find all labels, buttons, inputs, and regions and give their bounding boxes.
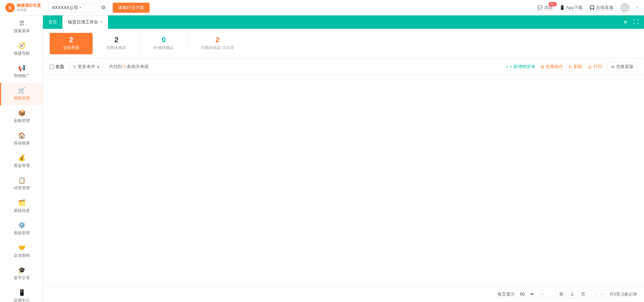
app-download-button[interactable]: 📱 App下载 <box>559 5 583 11</box>
stat-card-wangpu[interactable]: 0 旺铺待确认 <box>140 33 187 54</box>
add-sales-order-button[interactable]: + + 新增销货单 <box>506 64 535 70</box>
sidebar-item-basic-info-label: 基础信息 <box>14 208 30 214</box>
sidebar-item-finance[interactable]: 💰 资金管理 <box>0 150 43 173</box>
print-icon: 🖨 <box>588 64 592 69</box>
stat-number-shipped: 2 <box>216 36 220 44</box>
tab-close-button[interactable]: ✕ <box>621 18 629 26</box>
page-size-label: 每页显示 <box>497 291 515 297</box>
sidebar-item-enterprise-label: 企业协同 <box>14 253 30 258</box>
sales-icon: 🛒 <box>18 87 25 94</box>
stat-label-overdue: 到期未收款 <box>106 45 126 51</box>
page-label: 第 <box>559 291 564 297</box>
logo-text: 畅捷通好生意 标准版 <box>17 3 41 12</box>
filter-button[interactable]: ▽ 更多条件 ∨ <box>69 62 104 71</box>
tab-workbench[interactable]: 钱货日清工作台 × <box>62 15 108 29</box>
batch-label: 批量操作 <box>546 64 563 70</box>
batch-operation-button[interactable]: ⊞ 批量操作 <box>541 64 563 70</box>
pagination-bar: 每页显示 50 100 200 « ‹ 第 页 › » 共0页,0条记录 <box>43 286 644 302</box>
top-header: 6 畅捷通好生意 标准版 XXXXXX公司 ▾ ⚙ 体验行业方案 💬 消息 99… <box>0 0 644 15</box>
refresh-label: 刷新 <box>574 64 582 70</box>
sidebar-item-management[interactable]: 📋 经营管理 <box>0 173 43 195</box>
next-page-button[interactable]: › <box>587 290 595 298</box>
message-badge: 99+ <box>548 2 557 6</box>
tab-bar: 首页 钱货日清工作台 × ✕ ⛶ <box>43 15 644 29</box>
company-selector[interactable]: XXXXXX公司 ▾ <box>48 3 95 12</box>
search-menu-icon: ☰ <box>19 19 24 27</box>
sidebar-item-system-label: 系统管理 <box>14 230 30 236</box>
select-all-input[interactable] <box>50 65 54 69</box>
logo-sub: 标准版 <box>17 8 41 12</box>
purchase-icon: 📦 <box>18 109 25 117</box>
refresh-button[interactable]: ↻ 刷新 <box>569 64 582 70</box>
content-area: 首页 钱货日清工作台 × ✕ ⛶ 2 全部单据 2 到期未收款 <box>43 15 644 302</box>
sidebar-item-inventory-label: 库存核算 <box>14 140 30 146</box>
tab-maximize-button[interactable]: ⛶ <box>632 18 640 26</box>
avatar[interactable] <box>620 3 630 12</box>
page-size-select: 每页显示 50 100 200 <box>497 290 535 298</box>
marketing-icon: 📢 <box>18 64 25 72</box>
sidebar-item-sales[interactable]: 🛒 销售管理 <box>0 83 43 105</box>
last-page-button[interactable]: » <box>597 290 605 298</box>
system-icon: ⚙️ <box>18 222 25 229</box>
stat-label-wangpu: 旺铺待确认 <box>154 45 174 51</box>
tab-close-icon[interactable]: × <box>100 20 103 24</box>
online-service-icon: 🎧 <box>589 5 595 10</box>
tab-home-label: 首页 <box>48 19 57 25</box>
message-icon: 💬 <box>537 5 543 10</box>
print-label: 打印 <box>593 64 602 70</box>
sidebar-item-nav-label: 快捷导航 <box>14 51 30 56</box>
prev-page-button[interactable]: ‹ <box>549 290 557 298</box>
stat-number-all: 2 <box>69 36 73 44</box>
refresh-icon: ↻ <box>569 64 572 69</box>
found-count: 共找到 0 条相关单据 <box>109 64 149 70</box>
sidebar-item-app-center-label: 应用中心 <box>14 298 30 302</box>
sidebar-item-nav[interactable]: 🧭 快捷导航 <box>0 38 43 60</box>
sidebar-item-guide[interactable]: 🎓 新手引导 <box>0 262 43 285</box>
basic-info-icon: 🗂️ <box>18 199 25 206</box>
sidebar-item-sales-label: 销售管理 <box>14 96 30 101</box>
chevron-down-icon: ▾ <box>79 6 81 9</box>
sidebar-item-marketing[interactable]: 📢 营销推广 <box>0 60 43 83</box>
filter-label: 更多条件 <box>78 64 95 70</box>
company-name: XXXXXX公司 <box>52 5 78 11</box>
sidebar-item-inventory[interactable]: 🏠 库存核算 <box>0 128 43 150</box>
toolbar: 全选 ▽ 更多条件 ∨ 共找到 0 条相关单据 + + 新增销货单 ⊞ 批量操作 <box>43 59 644 75</box>
experience-button[interactable]: 体验行业方案 <box>113 3 150 13</box>
page-number-input[interactable] <box>566 290 579 298</box>
online-service-button[interactable]: 🎧 在线客服 <box>589 5 613 11</box>
inventory-icon: 🏠 <box>18 132 25 139</box>
sidebar-item-system[interactable]: ⚙️ 系统管理 <box>0 218 43 240</box>
user-name[interactable]: ▾ <box>636 5 639 10</box>
select-all-checkbox[interactable]: 全选 <box>50 64 64 70</box>
app-download-label: App下载 <box>566 5 583 11</box>
stat-card-overdue[interactable]: 2 到期未收款 <box>93 33 140 54</box>
management-icon: 📋 <box>18 177 25 184</box>
logo-area: 6 畅捷通好生意 标准版 <box>5 3 48 12</box>
sidebar-item-basic-info[interactable]: 🗂️ 基础信息 <box>0 195 43 218</box>
found-number: 0 <box>123 64 126 69</box>
sidebar-item-finance-label: 资金管理 <box>14 163 30 169</box>
sidebar-item-enterprise[interactable]: 🤝 企业协同 <box>0 240 43 262</box>
tab-home[interactable]: 首页 <box>43 15 62 29</box>
app-center-icon: 📱 <box>18 289 25 296</box>
first-page-button[interactable]: « <box>539 290 547 298</box>
found-suffix: 条相关单据 <box>127 64 149 69</box>
page-nav: « ‹ 第 页 › » <box>539 290 605 298</box>
sidebar-item-guide-label: 新手引导 <box>14 275 30 281</box>
settings-button[interactable]: ⚙ <box>98 2 109 13</box>
switch-version-button[interactable]: ⇆ 切换新版 <box>607 62 637 71</box>
toolbar-right: + + 新增销货单 ⊞ 批量操作 ↻ 刷新 🖨 打印 ⇆ 切换新版 <box>506 62 637 71</box>
sidebar-item-purchase[interactable]: 📦 采购管理 <box>0 105 43 128</box>
sidebar-item-search[interactable]: ☰ 搜索菜单 <box>0 15 43 38</box>
stat-card-shipped[interactable]: 2 到期未收款 已出库 <box>187 33 248 54</box>
message-button[interactable]: 💬 消息 99+ <box>537 5 553 11</box>
print-button[interactable]: 🖨 打印 <box>588 64 602 70</box>
select-all-label: 全选 <box>55 64 64 70</box>
logo-title: 畅捷通好生意 <box>17 3 41 8</box>
page-size-dropdown[interactable]: 50 100 200 <box>516 290 535 298</box>
stat-card-all[interactable]: 2 全部单据 <box>50 33 93 54</box>
main-layout: ☰ 搜索菜单 🧭 快捷导航 📢 营销推广 🛒 销售管理 📦 采购管理 🏠 库存核… <box>0 15 644 302</box>
sidebar-item-app-center[interactable]: 📱 应用中心 <box>0 285 43 302</box>
header-right: 💬 消息 99+ 📱 App下载 🎧 在线客服 ▾ <box>537 3 639 12</box>
found-prefix: 共找到 <box>109 64 122 69</box>
